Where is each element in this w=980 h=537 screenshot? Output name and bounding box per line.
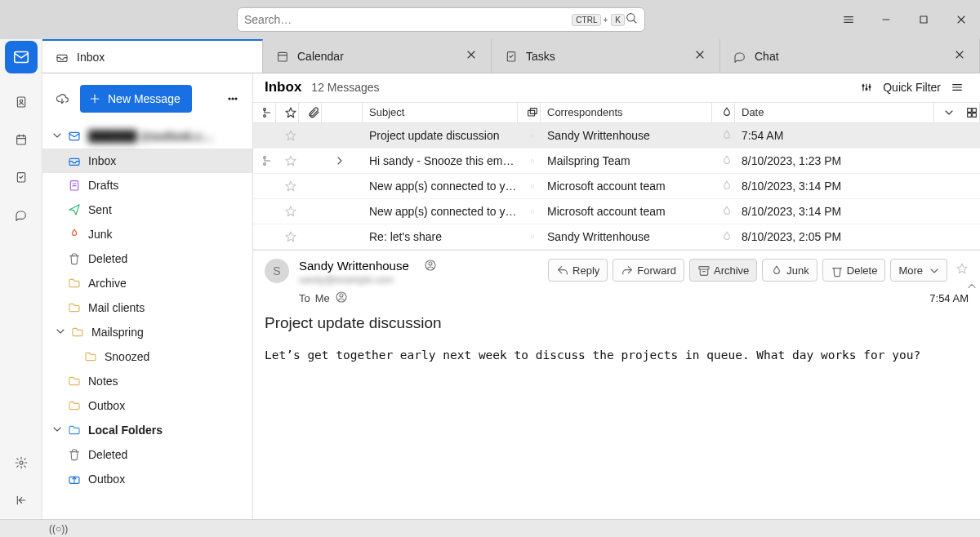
tab-inbox[interactable]: Inbox	[42, 39, 263, 73]
read-status-icon: ○	[518, 233, 541, 241]
star-toggle[interactable]	[276, 180, 299, 193]
calendar-space[interactable]	[0, 121, 42, 158]
inbox-icon	[56, 51, 69, 64]
local-outbox[interactable]: Outbox	[42, 467, 252, 491]
folder-archive[interactable]: Archive	[42, 271, 252, 295]
archive-label: Archive	[714, 264, 749, 277]
global-search[interactable]: CTRL + K	[237, 7, 645, 32]
col-date[interactable]: Date	[735, 103, 934, 122]
addressbook-space[interactable]	[0, 83, 42, 121]
message-row[interactable]: Hi sandy - Snooze this em…○Mailspring Te…	[253, 149, 980, 174]
col-picker[interactable]	[934, 103, 980, 122]
message-row[interactable]: Re: let's share○Sandy Writtenhouse8/10/2…	[253, 224, 980, 250]
get-messages-button[interactable]	[51, 87, 74, 110]
row-subject: Project update discussion	[363, 129, 518, 142]
tab-calendar-label: Calendar	[297, 50, 344, 63]
account-icon	[67, 130, 82, 143]
svg-marker-67	[286, 206, 296, 216]
svg-point-64	[264, 163, 266, 166]
col-subject[interactable]: Subject	[363, 103, 518, 122]
folder-inbox[interactable]: Inbox	[42, 149, 252, 173]
tab-tasks[interactable]: Tasks	[492, 39, 720, 73]
message-row[interactable]: Project update discussion○Sandy Writtenh…	[253, 123, 980, 149]
collapse-rail[interactable]	[0, 482, 42, 519]
close-tab-tasks[interactable]	[693, 48, 706, 64]
more-button[interactable]: More	[890, 259, 947, 282]
star-toggle[interactable]	[276, 230, 299, 243]
svg-marker-55	[286, 108, 296, 118]
col-corr-icon[interactable]	[518, 103, 541, 122]
window-maximize[interactable]	[905, 0, 942, 39]
message-row[interactable]: New app(s) connected to y…○Microsoft acc…	[253, 174, 980, 199]
tab-chat[interactable]: Chat	[720, 39, 980, 73]
svg-point-70	[429, 262, 432, 265]
col-star[interactable]	[276, 103, 299, 122]
tree-more-button[interactable]	[221, 87, 244, 110]
folder-notes[interactable]: Notes	[42, 369, 252, 393]
quickfilter-toggle[interactable]	[855, 78, 878, 97]
svg-point-34	[232, 98, 234, 100]
more-label: More	[898, 264, 923, 277]
star-toggle[interactable]	[276, 154, 299, 167]
svg-rect-20	[57, 55, 67, 61]
close-tab-calendar[interactable]	[465, 48, 478, 64]
scroll-up-icon[interactable]	[965, 280, 978, 296]
display-options[interactable]	[946, 78, 969, 97]
account-row[interactable]: ██████ @outlook.c…	[42, 124, 252, 149]
folder-mailspring[interactable]: Mailspring	[42, 320, 252, 344]
col-attachment[interactable]	[299, 103, 322, 122]
star-message[interactable]	[956, 262, 969, 278]
delete-button[interactable]: Delete	[822, 259, 886, 282]
folder-snoozed[interactable]: Snoozed	[42, 344, 252, 369]
settings-button[interactable]	[0, 444, 42, 482]
svg-point-33	[229, 98, 230, 100]
search-icon[interactable]	[625, 11, 638, 28]
forward-button[interactable]: Forward	[612, 259, 684, 282]
mail-space[interactable]	[5, 41, 38, 73]
svg-point-17	[20, 461, 23, 464]
row-correspondent: Microsoft account team	[541, 180, 712, 193]
app-menu-button[interactable]	[830, 0, 867, 39]
chat-space[interactable]	[0, 196, 42, 233]
folder-icon	[70, 326, 85, 339]
flame-icon	[712, 129, 735, 142]
archive-button[interactable]: Archive	[689, 259, 757, 282]
folder-deleted[interactable]: Deleted	[42, 246, 252, 271]
col-date-icon[interactable]	[712, 103, 735, 122]
new-message-button[interactable]: New Message	[80, 85, 192, 113]
folder-mailclients[interactable]: Mail clients	[42, 295, 252, 320]
reading-pane: S Sandy Writtenhouse sandy@example.com R…	[253, 250, 980, 519]
quickfilter-button[interactable]: Quick Filter	[878, 78, 946, 97]
reply-button[interactable]: Reply	[548, 259, 608, 282]
read-status-icon: ○	[518, 207, 541, 215]
local-outbox-label: Outbox	[88, 473, 125, 486]
tasks-space[interactable]	[0, 158, 42, 196]
star-toggle[interactable]	[276, 205, 299, 218]
kbd-k: K	[611, 14, 625, 26]
folder-sent[interactable]: Sent	[42, 197, 252, 222]
folder-drafts[interactable]: Drafts	[42, 173, 252, 197]
junk-button[interactable]: Junk	[762, 259, 817, 282]
folder-junk[interactable]: Junk	[42, 222, 252, 246]
col-thread[interactable]	[253, 103, 276, 122]
window-minimize[interactable]	[867, 0, 905, 39]
inbox-icon	[67, 154, 82, 167]
window-close[interactable]	[942, 0, 980, 39]
row-date: 8/10/2023, 1:23 PM	[735, 154, 980, 167]
list-header: Inbox 12 Messages Quick Filter	[253, 73, 980, 103]
local-deleted-label: Deleted	[88, 448, 127, 461]
col-correspondents[interactable]: Correspondents	[541, 103, 712, 122]
message-row[interactable]: New app(s) connected to y…○Microsoft acc…	[253, 199, 980, 224]
tab-calendar[interactable]: Calendar	[263, 39, 492, 73]
svg-rect-58	[967, 108, 971, 112]
row-subject: New app(s) connected to y…	[363, 205, 518, 218]
chevron-down-icon	[51, 423, 60, 438]
local-folders-row[interactable]: Local Folders	[42, 418, 252, 442]
local-deleted[interactable]: Deleted	[42, 442, 252, 467]
close-tab-chat[interactable]	[953, 48, 966, 64]
row-subject: Re: let's share	[363, 230, 518, 243]
folder-outbox[interactable]: Outbox	[42, 393, 252, 418]
search-input[interactable]	[244, 13, 570, 26]
star-toggle[interactable]	[276, 129, 299, 142]
junk-icon	[770, 264, 782, 276]
